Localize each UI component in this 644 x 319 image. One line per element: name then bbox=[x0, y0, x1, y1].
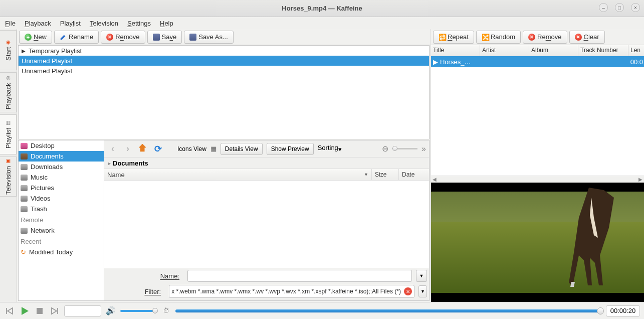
side-tab-playback[interactable]: Playback◎ bbox=[0, 72, 17, 112]
place-network[interactable]: Network bbox=[19, 225, 104, 236]
clear-filter-button[interactable]: ✕ bbox=[404, 287, 412, 295]
filter-input[interactable]: x *.webm *.wma *.wmv *.wmx *.wv *.wvp *.… bbox=[169, 285, 414, 298]
file-list-body[interactable] bbox=[104, 181, 429, 268]
tree-label: Unnamed Playlist bbox=[22, 57, 72, 65]
close-button[interactable]: × bbox=[631, 3, 640, 12]
back-button[interactable]: ‹ bbox=[107, 143, 118, 154]
sorting-button[interactable]: Sorting▾ bbox=[318, 144, 342, 153]
col-name[interactable]: Name▼ bbox=[104, 169, 372, 180]
place-documents[interactable]: Documents bbox=[19, 151, 104, 162]
col-size[interactable]: Size bbox=[372, 169, 399, 180]
side-tab-television[interactable]: Television▣ bbox=[0, 156, 17, 197]
place-desktop[interactable]: Desktop bbox=[19, 140, 104, 151]
volume-button[interactable]: 🔊 bbox=[105, 305, 116, 316]
col-track-number[interactable]: Track Number bbox=[578, 45, 628, 56]
name-input[interactable] bbox=[187, 270, 412, 282]
minimize-button[interactable]: – bbox=[599, 3, 608, 12]
menu-playback[interactable]: Playback bbox=[25, 20, 51, 27]
zoom-out-icon[interactable]: ⊖ bbox=[382, 144, 388, 153]
timer-button[interactable]: ⏱ bbox=[160, 305, 171, 316]
menu-playlist[interactable]: Playlist bbox=[60, 20, 81, 27]
video-preview[interactable] bbox=[431, 183, 644, 302]
tree-label: Temporary Playlist bbox=[29, 47, 82, 55]
col-album[interactable]: Album bbox=[529, 45, 578, 56]
clock-icon: ⏱ bbox=[163, 307, 169, 314]
place-downloads[interactable]: Downloads bbox=[19, 162, 104, 172]
menu-television[interactable]: Television bbox=[90, 20, 118, 27]
file-list-header: Name▼ Size Date bbox=[104, 169, 429, 181]
col-date[interactable]: Date bbox=[399, 169, 429, 180]
zoom-slider[interactable] bbox=[392, 148, 417, 149]
track-table-body[interactable]: ▶ Horses_… 00:0 bbox=[431, 56, 644, 176]
name-label: Name: bbox=[106, 272, 183, 280]
video-frame-image bbox=[544, 188, 634, 288]
playlist-tree[interactable]: ▶ Temporary Playlist Unnamed Playlist Un… bbox=[18, 45, 430, 139]
network-icon bbox=[21, 228, 28, 234]
tree-row-unnamed-2[interactable]: Unnamed Playlist bbox=[19, 66, 429, 76]
places-panel[interactable]: Desktop Documents Downloads Music Pictur… bbox=[18, 140, 104, 301]
chapter-display[interactable] bbox=[64, 305, 101, 316]
breadcrumb[interactable]: ▸Documents bbox=[104, 157, 429, 169]
next-button[interactable] bbox=[49, 305, 60, 316]
reload-button[interactable]: ⟳ bbox=[152, 143, 163, 154]
menu-settings[interactable]: Settings bbox=[127, 20, 151, 27]
maximize-button[interactable]: □ bbox=[615, 3, 624, 12]
play-indicator-icon: ▶ bbox=[431, 58, 440, 66]
breadcrumb-current: Documents bbox=[113, 160, 148, 167]
track-row[interactable]: ▶ Horses_… 00:0 bbox=[431, 56, 644, 67]
col-length[interactable]: Len bbox=[628, 45, 644, 56]
disc-icon: ◎ bbox=[6, 76, 11, 80]
folder-icon bbox=[21, 153, 28, 160]
save-as-button[interactable]: Save As... bbox=[184, 31, 234, 44]
place-videos[interactable]: Videos bbox=[19, 193, 104, 204]
new-button[interactable]: +New bbox=[19, 31, 52, 44]
horizontal-scrollbar[interactable]: ◀▶ bbox=[431, 176, 644, 183]
prev-button[interactable] bbox=[4, 305, 15, 316]
player-bar: 🔊 ⏱ 00:00:20 bbox=[0, 302, 644, 319]
save-button[interactable]: Save bbox=[147, 31, 182, 44]
clear-button[interactable]: ✕Clear bbox=[569, 31, 605, 44]
filter-dropdown[interactable]: ▼ bbox=[418, 285, 427, 297]
expand-chevron-icon[interactable]: » bbox=[421, 144, 426, 153]
place-trash[interactable]: Trash bbox=[19, 204, 104, 214]
expand-icon[interactable]: ▶ bbox=[22, 48, 26, 54]
plus-icon: + bbox=[25, 34, 32, 41]
scroll-left-icon[interactable]: ◀ bbox=[431, 177, 438, 182]
ubuntu-icon: ◉ bbox=[6, 40, 11, 45]
scroll-right-icon[interactable]: ▶ bbox=[637, 177, 644, 182]
place-music[interactable]: Music bbox=[19, 172, 104, 183]
view-grid-icon[interactable]: ▦ bbox=[210, 145, 217, 152]
recent-heading: Recent bbox=[19, 236, 104, 247]
menu-help[interactable]: Help bbox=[160, 20, 173, 27]
name-dropdown[interactable]: ▼ bbox=[416, 270, 427, 282]
volume-slider[interactable] bbox=[120, 310, 156, 312]
tree-row-temporary[interactable]: ▶ Temporary Playlist bbox=[19, 46, 429, 56]
details-view-button[interactable]: Details View bbox=[221, 143, 263, 155]
clock-icon: ↻ bbox=[21, 248, 26, 256]
col-title[interactable]: Title bbox=[431, 45, 480, 56]
repeat-button[interactable]: 🔁Repeat bbox=[433, 31, 474, 44]
menu-file[interactable]: File bbox=[5, 20, 16, 27]
side-tab-start[interactable]: Start◉ bbox=[0, 30, 17, 70]
forward-button[interactable]: › bbox=[122, 143, 133, 154]
side-tab-playlist[interactable]: Playlist▤ bbox=[0, 114, 17, 154]
place-modified-today[interactable]: ↻Modified Today bbox=[19, 247, 104, 257]
up-button[interactable]: 🡅 bbox=[137, 143, 148, 154]
random-button[interactable]: 🔀Random bbox=[476, 31, 521, 44]
place-pictures[interactable]: Pictures bbox=[19, 183, 104, 193]
seek-slider[interactable] bbox=[175, 309, 602, 312]
chevron-down-icon: ▼ bbox=[419, 273, 424, 278]
icons-view-button[interactable]: Icons View bbox=[177, 145, 206, 152]
stop-button[interactable] bbox=[34, 305, 45, 316]
tree-row-unnamed-1[interactable]: Unnamed Playlist bbox=[19, 56, 429, 66]
tracks-toolbar: 🔁Repeat 🔀Random ✕Remove ✕Clear bbox=[431, 29, 644, 45]
col-artist[interactable]: Artist bbox=[480, 45, 529, 56]
pencil-icon bbox=[60, 34, 67, 41]
show-preview-button[interactable]: Show Preview bbox=[267, 143, 314, 155]
filter-text: x *.webm *.wma *.wmv *.wmx *.wv *.wvp *.… bbox=[171, 288, 401, 295]
chevron-right-icon: ▸ bbox=[108, 161, 111, 166]
rename-button[interactable]: Rename bbox=[54, 31, 99, 44]
play-button[interactable] bbox=[19, 305, 30, 316]
remove-track-button[interactable]: ✕Remove bbox=[523, 31, 567, 44]
remove-button[interactable]: ✕Remove bbox=[101, 31, 145, 44]
